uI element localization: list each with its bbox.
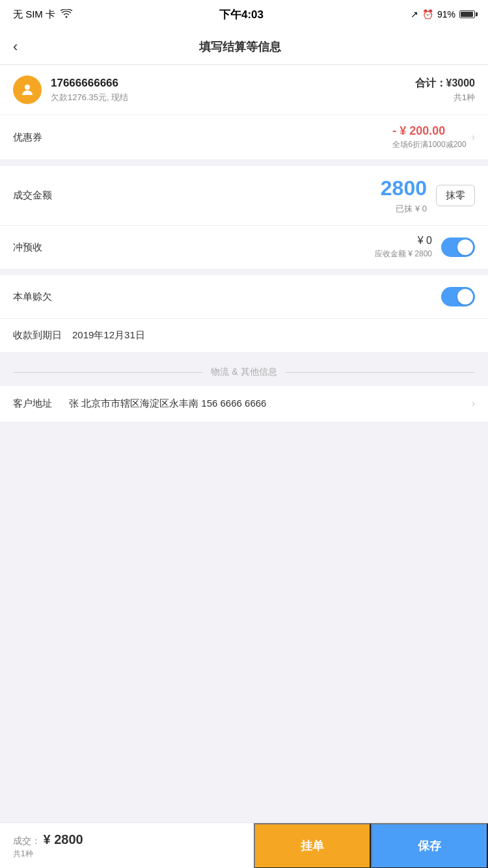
bottom-trade-amount: ¥ 2800 — [43, 832, 83, 847]
bottom-trade-label: 成交： — [13, 835, 40, 846]
total-count: 共1种 — [415, 92, 476, 103]
battery-percent: 91% — [437, 9, 455, 20]
gray-filler — [0, 428, 488, 823]
status-right: ↗ ⏰ 91% — [411, 9, 475, 20]
logistics-label: 物流 & 其他信息 — [211, 366, 277, 378]
logistics-divider: 物流 & 其他信息 — [0, 359, 488, 386]
prepaid-amount-info: ¥ 0 应收金额 ¥ 2800 — [375, 235, 432, 260]
bottom-summary: 成交： ¥ 2800 共1种 — [0, 832, 254, 860]
coupon-label: 优惠券 — [13, 131, 42, 144]
date-value: 2019年12月31日 — [72, 329, 145, 342]
status-left: 无 SIM 卡 — [13, 8, 72, 21]
status-bar: 无 SIM 卡 下午4:03 ↗ ⏰ 91% — [0, 0, 488, 29]
toggle-knob — [457, 239, 473, 255]
customer-debt: 欠款1276.35元, 现结 — [51, 92, 128, 103]
divider-line-right — [285, 372, 475, 373]
prepaid-label: 冲预收 — [13, 241, 42, 254]
coupon-amount: - ¥ 200.00 — [392, 124, 466, 138]
debt-row: 本单赊欠 — [0, 275, 488, 318]
bottom-trade-line: 成交： ¥ 2800 — [13, 832, 241, 847]
back-button[interactable]: ‹ — [13, 38, 18, 55]
divider-line-left — [13, 372, 203, 373]
coupon-right: - ¥ 200.00 全场6折满1000减200 › — [392, 124, 475, 150]
customer-row: 17666666666 欠款1276.35元, 现结 合计：¥3000 共1种 — [0, 65, 488, 115]
total-amount: 合计：¥3000 — [415, 77, 476, 90]
wifi-icon — [61, 9, 72, 20]
alarm-icon: ⏰ — [422, 9, 433, 20]
coupon-chevron-icon: › — [472, 131, 475, 143]
avatar — [13, 75, 42, 104]
prepaid-toggle[interactable] — [441, 237, 475, 257]
prepaid-amount: ¥ 0 — [375, 235, 432, 247]
debt-section: 本单赊欠 收款到期日 2019年12月31日 — [0, 275, 488, 352]
coupon-row[interactable]: 优惠券 - ¥ 200.00 全场6折满1000减200 › — [0, 115, 488, 159]
customer-info: 17666666666 欠款1276.35元, 现结 — [51, 77, 128, 103]
amount-right: 2800 已抹 ¥ 0 抹零 — [381, 176, 475, 215]
date-label: 收款到期日 — [13, 329, 62, 342]
debt-label: 本单赊欠 — [13, 291, 52, 303]
amount-value: 2800 — [381, 176, 427, 200]
prepaid-sub: 应收金额 ¥ 2800 — [375, 249, 432, 260]
customer-phone: 17666666666 — [51, 77, 128, 90]
already-rounded: 已抹 ¥ 0 — [381, 203, 427, 215]
address-value: 张 北京市市辖区海淀区永丰南 156 6666 6666 — [69, 396, 461, 411]
battery-icon — [459, 10, 475, 18]
status-time: 下午4:03 — [219, 7, 264, 22]
date-row: 收款到期日 2019年12月31日 — [0, 318, 488, 352]
amount-label: 成交金额 — [13, 189, 52, 202]
address-section: 客户地址 张 北京市市辖区海淀区永丰南 156 6666 6666 › — [0, 386, 488, 422]
coupon-desc: 全场6折满1000减200 — [392, 139, 466, 150]
address-chevron-icon: › — [472, 398, 475, 409]
save-button[interactable]: 保存 — [371, 823, 488, 869]
customer-right: 合计：¥3000 共1种 — [415, 77, 476, 103]
carrier-text: 无 SIM 卡 — [13, 8, 55, 21]
page-title: 填写结算等信息 — [31, 39, 449, 55]
address-row[interactable]: 客户地址 张 北京市市辖区海淀区永丰南 156 6666 6666 › — [0, 386, 488, 422]
amount-section: 成交金额 2800 已抹 ¥ 0 抹零 冲预收 ¥ 0 应收金额 ¥ 2800 — [0, 166, 488, 269]
bottom-bar: 成交： ¥ 2800 共1种 挂单 保存 — [0, 822, 488, 868]
prepaid-right: ¥ 0 应收金额 ¥ 2800 — [375, 235, 475, 260]
prepaid-row: 冲预收 ¥ 0 应收金额 ¥ 2800 — [0, 225, 488, 269]
bottom-count: 共1种 — [13, 848, 241, 860]
debt-toggle[interactable] — [441, 287, 475, 306]
location-icon: ↗ — [411, 9, 418, 20]
customer-left: 17666666666 欠款1276.35元, 现结 — [13, 75, 128, 104]
round-zero-button[interactable]: 抹零 — [436, 185, 475, 206]
amount-row: 成交金额 2800 已抹 ¥ 0 抹零 — [0, 166, 488, 225]
address-label: 客户地址 — [13, 398, 59, 410]
customer-section: 17666666666 欠款1276.35元, 现结 合计：¥3000 共1种 … — [0, 65, 488, 159]
pending-button[interactable]: 挂单 — [254, 823, 371, 869]
svg-point-0 — [25, 85, 30, 90]
nav-bar: ‹ 填写结算等信息 — [0, 29, 488, 65]
debt-toggle-knob — [457, 289, 473, 305]
